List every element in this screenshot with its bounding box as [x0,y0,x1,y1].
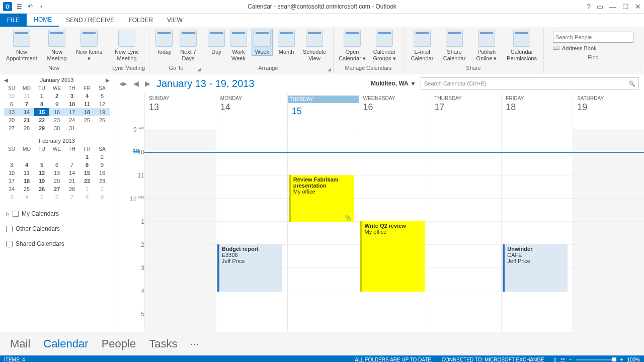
mini-cal-day[interactable]: 25 [79,116,95,124]
new-appointment-button[interactable]: New Appointment [4,29,39,62]
next-month-icon[interactable]: ▶ [106,77,110,83]
mini-cal-day[interactable]: 24 [4,185,19,193]
mini-cal-day[interactable]: 30 [49,124,64,132]
search-people-input[interactable] [553,32,633,43]
tab-view[interactable]: VIEW [160,14,190,27]
mini-cal-day[interactable]: 17 [4,177,19,185]
close-icon[interactable]: ✕ [635,3,641,11]
mini-cal-day[interactable]: 31 [64,124,79,132]
mini-cal-day[interactable]: 16 [95,169,110,177]
new-meeting-button[interactable]: New Meeting [42,29,71,62]
weather-location[interactable]: Mukilteo, WA ▾ [371,80,415,87]
next-week-button[interactable]: ▶ [145,79,150,87]
mini-cal-day[interactable]: 23 [49,116,64,124]
day-column[interactable]: Budget reportE3306Jeff Price [216,129,287,337]
mini-cal-day[interactable]: 30 [4,92,19,100]
my-calendars-item[interactable]: ▷My Calendars [6,210,110,217]
mini-cal-day[interactable]: 20 [49,177,64,185]
mini-cal-day[interactable]: 29 [34,124,49,132]
expand-icon[interactable]: ▷ [6,211,10,216]
zoom-in-icon[interactable]: + [620,357,623,363]
mini-cal-day[interactable]: 21 [19,116,34,124]
view-normal-icon[interactable]: ▯ [553,357,556,363]
day-header[interactable]: TUESDAY15 [287,94,359,129]
day-header[interactable]: THURSDAY17 [430,94,501,129]
day-header[interactable]: MONDAY14 [216,94,287,129]
expand-header-icon[interactable]: ◀▶ [119,81,127,86]
mini-cal-day[interactable]: 5 [34,193,49,201]
mini-cal-day[interactable]: 10 [4,169,19,177]
mini-cal-day[interactable]: 24 [64,116,79,124]
mini-cal-day[interactable]: 4 [19,161,34,169]
mini-cal-day[interactable]: 16 [49,108,64,116]
time-slots[interactable]: Budget reportE3306Jeff PriceReview Fabri… [144,129,644,337]
mini-cal-day[interactable]: 15 [34,108,49,116]
ribbon-options-icon[interactable]: ▭ [597,3,603,11]
zoom-slider[interactable] [576,359,616,360]
day-column[interactable] [430,129,501,337]
mini-cal-day[interactable]: 7 [64,193,79,201]
mini-cal-day[interactable]: 3 [4,161,19,169]
appointment[interactable]: Review Fabrikam presentationMy office📎 [289,175,354,222]
mini-cal-day[interactable] [49,153,64,161]
mini-cal-day[interactable]: 18 [19,177,34,185]
publish-online-button[interactable]: Publish Online ▾ [472,29,501,62]
mini-cal-day[interactable]: 1 [79,153,95,161]
mini-cal-day[interactable] [95,124,110,132]
prev-month-icon[interactable]: ◀ [4,77,8,83]
mini-cal-day[interactable]: 11 [19,169,34,177]
share-calendar-button[interactable]: Share Calendar [440,29,469,62]
mini-cal-day[interactable] [19,153,34,161]
nav-tasks[interactable]: Tasks [149,337,177,350]
mini-cal-day[interactable]: 27 [49,185,64,193]
mini-cal-day[interactable]: 26 [34,185,49,193]
other-calendars-item[interactable]: Other Calendars [6,225,110,232]
minimize-icon[interactable]: — [609,3,616,11]
new-lync-meeting-button[interactable]: New Lync Meeting [112,29,141,62]
mini-cal-day[interactable]: 5 [95,92,110,100]
mini-cal-day[interactable]: 13 [49,169,64,177]
day-header[interactable]: SATURDAY19 [573,94,644,129]
search-calendar-input[interactable]: Search Calendar (Ctrl+E)🔍 [421,77,639,89]
mini-cal-day[interactable]: 22 [34,116,49,124]
mini-cal-day[interactable]: 2 [95,185,110,193]
nav-more-icon[interactable]: ⋯ [190,338,199,349]
mini-cal-day[interactable]: 15 [79,169,95,177]
mini-cal-day[interactable]: 26 [95,116,110,124]
schedule-view-button[interactable]: Schedule View [300,29,329,62]
day-column[interactable]: Review Fabrikam presentationMy office📎 [287,129,359,337]
mini-cal-day[interactable]: 7 [19,100,34,108]
mini-cal-day[interactable]: 9 [49,100,64,108]
mini-cal-day[interactable]: 3 [64,92,79,100]
nav-people[interactable]: People [102,337,136,350]
mini-cal-day[interactable]: 4 [79,92,95,100]
maximize-icon[interactable]: ☐ [622,3,629,11]
mini-cal-day[interactable]: 3 [4,193,19,201]
tab-send-receive[interactable]: SEND / RECEIVE [59,14,121,27]
day-header[interactable]: FRIDAY18 [501,94,573,129]
tab-home[interactable]: HOME [27,14,59,27]
view-reading-icon[interactable]: ☷ [560,357,565,363]
shared-calendars-item[interactable]: Shared Calendars [6,240,110,247]
mini-cal-day[interactable]: 21 [64,177,79,185]
dialog-launcher-icon[interactable]: ◢ [328,67,331,72]
new-items-button[interactable]: New Items ▾ [74,29,104,62]
other-calendars-checkbox[interactable] [6,226,13,232]
calendar-permissions-button[interactable]: Calendar Permissions [504,29,539,62]
mini-cal-day[interactable]: 19 [34,177,49,185]
day-column[interactable] [573,129,644,337]
mini-cal-day[interactable]: 25 [19,185,34,193]
mini-cal-day[interactable]: 12 [95,100,110,108]
mini-cal-day[interactable]: 28 [19,124,34,132]
appointment[interactable]: Budget reportE3306Jeff Price [217,244,282,292]
calendar-groups-button[interactable]: Calendar Groups ▾ [370,29,399,62]
mini-cal-day[interactable]: 14 [19,108,34,116]
mini-cal-day[interactable]: 7 [64,161,79,169]
appointment[interactable]: UnwinderCAFEJeff Price [503,244,568,292]
week-button[interactable]: Week [252,29,273,56]
address-book-button[interactable]: 📖Address Book [553,45,633,51]
mini-cal-day[interactable]: 10 [64,100,79,108]
mini-cal-day[interactable]: 11 [79,100,95,108]
mini-cal-day[interactable]: 2 [95,153,110,161]
nav-calendar[interactable]: Calendar [43,337,88,350]
